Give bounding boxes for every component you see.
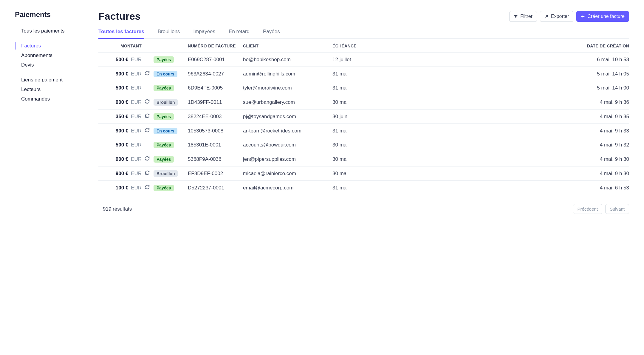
cell-client: pj@toysandgames.com: [243, 114, 332, 120]
amount-value: 900 €: [116, 128, 129, 134]
cell-created: 6 mai, 10 h 53: [383, 57, 629, 63]
cell-status: Brouillon: [154, 99, 188, 106]
cell-recurring: [145, 70, 154, 77]
cell-due: 31 mai: [332, 71, 383, 77]
col-created: DATE DE CRÉATION: [383, 44, 629, 48]
sidebar-item-all-payments[interactable]: Tous les paiements: [15, 26, 95, 36]
tab-unpaid[interactable]: Impayées: [193, 29, 215, 39]
recurring-icon: [145, 171, 150, 177]
invoice-table: MONTANT NUMÉRO DE FACTURE CLIENT ÉCHÉANC…: [98, 39, 629, 195]
cell-due: 30 mai: [332, 171, 383, 177]
cell-client: email@acmecorp.com: [243, 185, 332, 191]
cell-created: 5 mai, 14 h 00: [383, 85, 629, 91]
cell-amount: 100 € EUR: [98, 185, 145, 191]
cell-amount: 900 € EUR: [98, 171, 145, 177]
cell-created: 4 mai, 9 h 36: [383, 99, 629, 105]
amount-value: 350 €: [116, 114, 129, 119]
cell-recurring: [145, 156, 154, 163]
cell-due: 12 juillet: [332, 57, 383, 63]
recurring-icon: [145, 114, 150, 120]
table-header: MONTANT NUMÉRO DE FACTURE CLIENT ÉCHÉANC…: [98, 39, 629, 53]
status-badge: Payées: [154, 113, 174, 120]
table-row[interactable]: 100 € EURPayéesD5272237-0001email@acmeco…: [98, 180, 629, 195]
cell-amount: 900 € EUR: [98, 99, 145, 105]
next-button[interactable]: Suivant: [605, 204, 629, 214]
cell-recurring: [145, 113, 154, 120]
status-badge: Brouillon: [154, 99, 178, 106]
pager: Précédent Suivant: [573, 204, 629, 214]
sidebar-item-orders[interactable]: Commandes: [15, 94, 95, 104]
export-button[interactable]: Exporter: [540, 11, 573, 22]
cell-client: jen@pipersupplies.com: [243, 156, 332, 162]
page-title: Factures: [98, 10, 141, 22]
amount-value: 900 €: [116, 171, 129, 176]
amount-value: 500 €: [116, 57, 129, 62]
table-row[interactable]: 900 € EURBrouillon1D439FF-0011sue@urbang…: [98, 95, 629, 109]
sidebar-item-readers[interactable]: Lecteurs: [15, 85, 95, 94]
sidebar-item-subscriptions[interactable]: Abonnements: [15, 51, 95, 60]
table-row[interactable]: 500 € EURPayéesE069C287-0001bo@bobikesho…: [98, 53, 629, 67]
filter-label: Filtrer: [520, 14, 532, 19]
cell-status: Payées: [154, 185, 188, 191]
cell-recurring: [145, 99, 154, 106]
status-badge: Payées: [154, 142, 174, 148]
cell-created: 5 mai, 14 h 05: [383, 71, 629, 77]
tab-overdue[interactable]: En retard: [229, 29, 250, 39]
cell-number: 1D439FF-0011: [188, 99, 243, 105]
table-row[interactable]: 900 € EUREn cours10530573-0008ar-team@ro…: [98, 124, 629, 138]
export-icon: [544, 14, 549, 18]
cell-number: E069C287-0001: [188, 57, 243, 63]
table-row[interactable]: 500 € EURPayées185301E-0001accounts@powd…: [98, 138, 629, 152]
tabs: Toutes les factures Brouillons Impayées …: [98, 29, 629, 39]
cell-status: Payées: [154, 142, 188, 148]
cell-number: EF8D9EF-0002: [188, 171, 243, 177]
tab-paid[interactable]: Payées: [263, 29, 280, 39]
plus-icon: [581, 14, 585, 18]
amount-currency: EUR: [129, 185, 142, 191]
status-badge: Payées: [154, 56, 174, 63]
cell-status: En cours: [154, 71, 188, 77]
amount-currency: EUR: [129, 156, 142, 162]
cell-recurring: [145, 184, 154, 191]
table-footer: 919 résultats Précédent Suivant: [98, 195, 629, 214]
tab-all[interactable]: Toutes les factures: [98, 29, 144, 39]
result-count: 919 résultats: [103, 206, 132, 212]
cell-client: tyler@moraiwine.com: [243, 85, 332, 91]
filter-button[interactable]: Filtrer: [509, 11, 537, 22]
table-row[interactable]: 900 € EUREn cours963A2634-0027admin@roll…: [98, 67, 629, 81]
page-header: Factures Filtrer Exporter: [98, 10, 629, 22]
status-badge: Payées: [154, 156, 174, 163]
create-invoice-button[interactable]: Créer une facture: [576, 11, 629, 22]
table-row[interactable]: 900 € EURBrouillonEF8D9EF-0002micaela@ra…: [98, 166, 629, 180]
sidebar-item-invoices[interactable]: Factures: [15, 41, 95, 51]
header-actions: Filtrer Exporter Créer une facture: [509, 11, 629, 22]
table-body: 500 € EURPayéesE069C287-0001bo@bobikesho…: [98, 53, 629, 195]
cell-recurring: [145, 170, 154, 177]
cell-status: Brouillon: [154, 170, 188, 177]
status-badge: Payées: [154, 185, 174, 191]
main-content: Factures Filtrer Exporter: [95, 10, 629, 214]
create-label: Créer une facture: [587, 14, 625, 19]
amount-value: 900 €: [116, 99, 129, 105]
table-row[interactable]: 350 € EURPayées38224EE-0003pj@toysandgam…: [98, 109, 629, 124]
cell-client: accounts@powdur.com: [243, 142, 332, 148]
cell-status: En cours: [154, 128, 188, 134]
cell-client: sue@urbangallery.com: [243, 99, 332, 105]
cell-amount: 900 € EUR: [98, 71, 145, 77]
table-row[interactable]: 900 € EURPayées5368F9A-0036jen@pipersupp…: [98, 152, 629, 166]
amount-value: 100 €: [116, 185, 129, 191]
tab-drafts[interactable]: Brouillons: [158, 29, 180, 39]
cell-number: D5272237-0001: [188, 185, 243, 191]
cell-number: 10530573-0008: [188, 128, 243, 134]
cell-number: 38224EE-0003: [188, 114, 243, 120]
sidebar-item-payment-links[interactable]: Liens de paiement: [15, 75, 95, 85]
cell-client: ar-team@rocketrides.com: [243, 128, 332, 134]
status-badge: Brouillon: [154, 170, 178, 177]
cell-created: 4 mai, 9 h 30: [383, 156, 629, 162]
cell-number: 6D9E4FE-0005: [188, 85, 243, 91]
prev-button[interactable]: Précédent: [573, 204, 602, 214]
amount-value: 500 €: [116, 142, 129, 148]
cell-client: micaela@rainierco.com: [243, 171, 332, 177]
table-row[interactable]: 500 € EURPayées6D9E4FE-0005tyler@moraiwi…: [98, 81, 629, 95]
sidebar-item-quotes[interactable]: Devis: [15, 60, 95, 70]
